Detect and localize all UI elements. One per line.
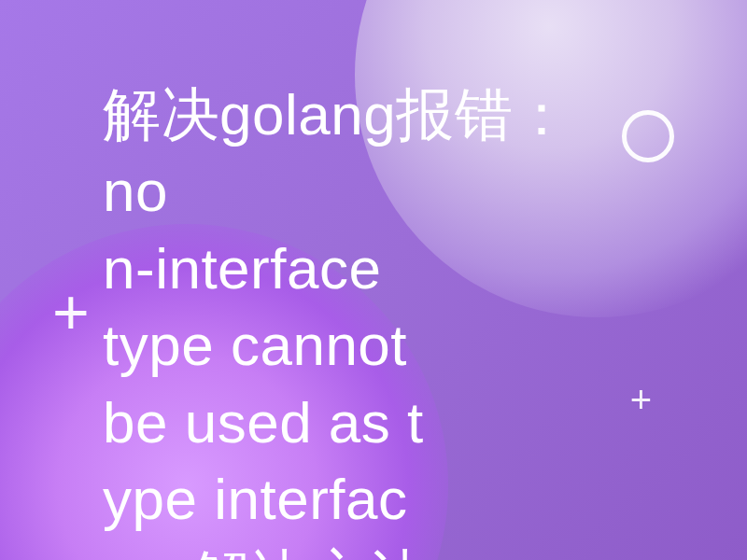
title-line-2: n-interface — [103, 231, 626, 307]
plus-icon-left: + — [52, 280, 90, 343]
title-line-4: be used as t — [103, 385, 626, 461]
title-line-3: type cannot — [103, 307, 626, 384]
title-line-6: e，解决方法 — [103, 539, 626, 560]
circle-outline-icon — [622, 110, 674, 162]
plus-icon-right: + — [630, 381, 652, 418]
title-text: 解决golang报错：no n-interface type cannot be… — [103, 77, 626, 560]
title-line-1: 解决golang报错：no — [103, 77, 626, 231]
title-line-5: ype interfac — [103, 461, 626, 538]
